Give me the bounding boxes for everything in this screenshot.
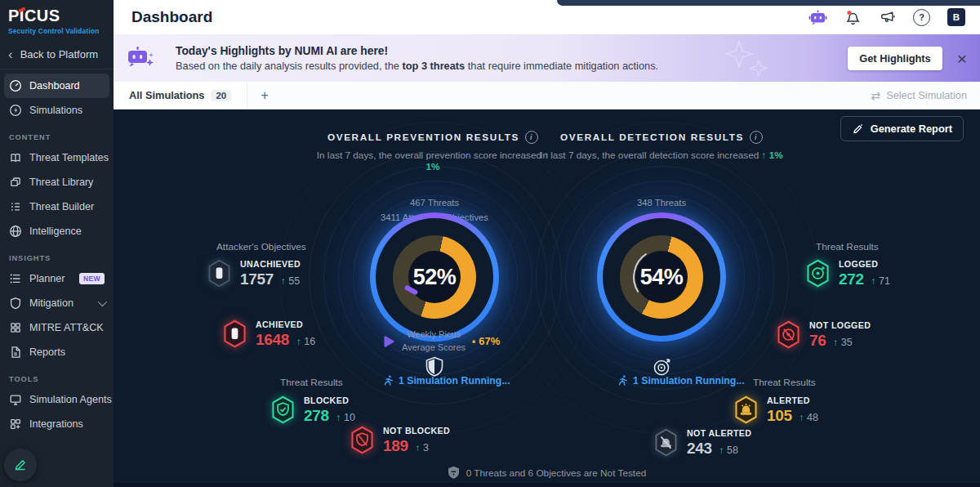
numi-bot-icon[interactable] [808,9,827,26]
main-area: Dashboard ? B Toda [114,0,980,487]
stat-label: ALERTED [767,395,818,405]
simulation-running-right: 1 Simulation Running... [618,375,745,386]
stat-blocked: BLOCKED 278 ↑ 10 [270,395,355,425]
document-icon [9,346,22,359]
top-dark-strip [557,0,980,6]
tab-all-simulations[interactable]: All Simulations 20 [114,82,247,109]
sidebar-item-simulation-agents[interactable]: Simulation Agents [4,387,109,412]
detection-gauge: 54% [597,212,726,342]
results-panel: Generate Report OVERALL PREVENTION RESUL… [114,109,980,487]
sidebar-item-label: Simulations [29,105,82,116]
avatar-initial: B [953,12,960,22]
generate-report-button[interactable]: Generate Report [840,116,964,141]
stat-value: 278 [304,407,329,425]
threat-results-label: Threat Results [753,377,816,388]
sidebar-item-mitigation[interactable]: Mitigation [4,291,109,315]
shield-icon [9,297,22,310]
attackers-objectives-label: Attacker's Objectives [216,241,306,252]
runner-icon [384,375,394,386]
prevention-subtitle: In last 7 days, the overall prevention s… [310,150,555,172]
sparkle-watermark [715,39,772,82]
sidebar-item-label: Threat Builder [29,201,94,212]
play-icon[interactable] [383,335,395,348]
banner-body-prefix: Based on the daily analysis results prov… [176,60,402,72]
library-icon [9,176,22,189]
select-simulation-label: Select Simulation [886,89,967,101]
siren-icon [733,395,759,425]
stat-label: BLOCKED [304,395,355,405]
sidebar-item-label: Threat Templates [29,152,109,163]
chevron-left-icon: ‹ [8,51,13,59]
logo-text: PICUS [8,7,60,25]
select-simulation-button[interactable]: ⇄ Select Simulation [871,82,980,109]
detection-header: OVERALL DETECTION RESULTS i In last 7 da… [539,131,784,161]
add-tab-button[interactable]: + [247,82,282,109]
prevention-score: 52% [370,212,499,342]
help-icon[interactable]: ? [913,9,930,26]
pencil-icon [13,458,28,472]
dot-icon: • [472,336,475,347]
sidebar-item-intelligence[interactable]: Intelligence [4,219,109,244]
stat-label: ACHIEVED [256,319,315,329]
user-avatar[interactable]: B [947,8,965,26]
stat-delta: ↑ 71 [871,275,890,287]
banner-text: Today's Highlights by NUMI AI are here! … [176,45,658,72]
shield-note-icon [448,466,460,480]
runner-icon [618,375,628,386]
stat-label: LOGGED [839,259,890,269]
top-header: Dashboard ? B [114,0,980,34]
sidebar-item-threat-templates[interactable]: Threat Templates [4,145,109,170]
sidebar: PICUS Security Control Validation ‹ Back… [0,0,114,487]
banner-body: Based on the daily analysis results prov… [176,60,658,72]
back-label: Back to Platform [20,48,98,60]
stat-label: NOT ALERTED [687,428,751,438]
notifications-bell-icon[interactable] [844,9,862,26]
sidebar-item-planner[interactable]: Planner NEW [4,266,109,291]
radar-logged-icon [805,258,831,288]
prevention-header: OVERALL PREVENTION RESULTS i In last 7 d… [310,131,555,172]
monitor-icon [9,393,22,406]
get-highlights-button[interactable]: Get Highlights [848,47,942,70]
prevention-title: OVERALL PREVENTION RESULTS [327,132,519,143]
stat-delta: ↑ 16 [296,336,315,347]
list-builder-icon [9,200,22,213]
stat-not-logged: NOT LOGGED 76 ↑ 35 [776,319,871,350]
new-badge: NEW [79,273,105,284]
app-window: PICUS Security Control Validation ‹ Back… [0,0,980,487]
stat-delta: ↑ 35 [834,337,853,348]
feedback-pencil-button[interactable] [4,449,37,481]
sidebar-item-simulations[interactable]: Simulations [4,98,109,123]
logo-block: PICUS Security Control Validation [0,0,114,41]
announcements-megaphone-icon[interactable] [879,9,896,25]
sidebar-item-integrations[interactable]: Integrations [4,412,109,436]
sidebar-item-threat-builder[interactable]: Threat Builder [4,194,109,219]
stat-delta: ↑ 58 [719,445,738,456]
detection-score: 54% [597,212,726,342]
objective-icon [207,258,232,288]
info-icon[interactable]: i [525,131,538,144]
book-icon [9,151,22,164]
back-to-platform[interactable]: ‹ Back to Platform [0,41,114,69]
stat-value: 1757 [240,270,274,288]
close-icon[interactable]: × [957,50,967,67]
banner-title: Today's Highlights by NUMI AI are here! [176,45,658,57]
stat-value: 243 [687,440,712,458]
bottom-edge-bar [114,483,980,487]
section-insights: INSIGHTS [4,244,109,266]
radar-slash-icon [776,319,801,350]
question-glyph: ? [919,12,924,22]
sidebar-item-label: Intelligence [29,226,82,237]
stat-value: 1648 [256,331,289,349]
stat-alerted: ALERTED 105 ↑ 48 [733,395,818,425]
sidebar-item-label: Dashboard [29,80,80,92]
sidebar-item-threat-library[interactable]: Threat Library [4,170,109,194]
sidebar-item-dashboard[interactable]: Dashboard [4,74,109,98]
sidebar-nav: Dashboard Simulations CONTENT Threat Tem… [0,69,114,487]
siren-slash-icon [653,427,679,458]
stat-label: NOT LOGGED [809,320,871,330]
section-tools: TOOLS [4,364,109,387]
numi-bot-banner-icon [125,45,154,71]
sidebar-item-reports[interactable]: Reports [4,340,109,364]
info-icon[interactable]: i [750,131,763,144]
sidebar-item-mitre-attck[interactable]: MITRE ATT&CK [4,315,109,340]
